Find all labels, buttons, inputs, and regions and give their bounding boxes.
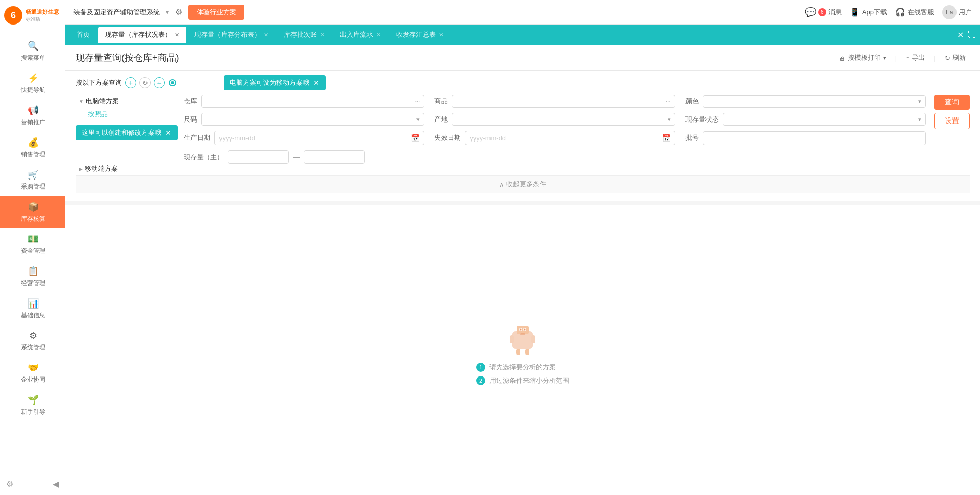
filter-arrow-button[interactable]: ←: [154, 77, 165, 88]
filter-top-row: 按以下方案查询 + ↻ ← 电脑方案可设为移动方案哦 ✕: [76, 77, 970, 88]
calendar-icon-expiry: 📅: [662, 134, 671, 142]
sidebar-item-finance[interactable]: 💵 资金管理: [0, 228, 65, 261]
batch-label: 批号: [685, 133, 699, 143]
stock-main-min-input[interactable]: [228, 150, 289, 164]
scheme-mobile-group: ▶ 移动端方案: [76, 162, 178, 175]
goods-select[interactable]: ···: [452, 95, 675, 108]
sidebar-item-system[interactable]: ⚙ 系统管理: [0, 325, 65, 357]
print-button[interactable]: 🖨 按模板打印 ▾: [835, 51, 890, 64]
expiry-date-input[interactable]: yyyy-mm-dd 📅: [465, 131, 675, 145]
goods-field: 商品 ···: [434, 95, 675, 108]
color-select[interactable]: ▾: [703, 95, 926, 108]
svg-rect-7: [510, 335, 514, 343]
stock-main-max-input[interactable]: [304, 150, 365, 164]
query-button[interactable]: 查询: [934, 95, 970, 110]
origin-arrow: ▾: [668, 116, 671, 123]
sidebar-item-inventory[interactable]: 📦 库存核算: [0, 196, 65, 228]
tab-batch[interactable]: 库存批次账 ✕: [277, 27, 332, 43]
svg-rect-9: [516, 349, 520, 355]
action-divider1: |: [895, 54, 897, 62]
tab-home[interactable]: 首页: [69, 27, 97, 43]
operation-icon: 📋: [28, 266, 39, 277]
more-dots-warehouse: ···: [414, 98, 420, 105]
logo-area: 6 畅通道好生意 标准版: [0, 0, 65, 31]
tip-num1: 1: [476, 363, 485, 372]
warehouse-select[interactable]: ···: [201, 95, 424, 108]
stock-main-field: 现存量（主） —: [184, 150, 926, 164]
size-select[interactable]: ▾: [201, 113, 424, 126]
sidebar-item-basic[interactable]: 📊 基础信息: [0, 293, 65, 325]
tab-inventory-status[interactable]: 现存量（库存状况表） ✕: [98, 27, 186, 43]
empty-tip2: 2 用过滤条件来缩小分析范围: [476, 376, 569, 385]
size-label: 尺码: [184, 115, 197, 124]
refresh-icon: ↻: [945, 54, 950, 62]
sidebar-item-purchase[interactable]: 🛒 采购管理: [0, 164, 65, 196]
tab-close-all-icon[interactable]: ✕: [957, 30, 964, 40]
tab-close-inventory-status[interactable]: ✕: [175, 32, 179, 38]
sidebar-item-newbie[interactable]: 🌱 新手引导: [0, 389, 65, 421]
stock-status-select[interactable]: ▾: [723, 113, 926, 126]
warehouse-label: 仓库: [184, 97, 197, 106]
filter-body: ▼ 电脑端方案 按照品 这里可以创建和修改方案哦 ✕: [76, 95, 970, 175]
collapse-sidebar-icon[interactable]: ◀: [53, 479, 59, 489]
sidebar-item-sales[interactable]: 💰 销售管理: [0, 132, 65, 164]
scheme-mobile-item[interactable]: ▶ 移动端方案: [76, 162, 178, 175]
expiry-date-field: 失效日期 yyyy-mm-dd 📅: [434, 131, 675, 145]
tab-close-inout[interactable]: ✕: [376, 32, 381, 38]
filter-row1: 仓库 ··· 商品 ···: [184, 95, 926, 108]
tab-close-summary[interactable]: ✕: [439, 32, 444, 38]
tab-expand-icon[interactable]: ⛶: [968, 30, 976, 39]
header-left: 装备及固定资产辅助管理系统 ▾ ⚙ 体验行业方案: [74, 5, 244, 20]
tab-close-inventory-dist[interactable]: ✕: [264, 32, 268, 38]
production-date-input[interactable]: yyyy-mm-dd 📅: [214, 131, 424, 145]
stock-main-label: 现存量（主）: [184, 153, 224, 162]
search-icon: 🔍: [28, 40, 39, 52]
action-divider2: |: [934, 54, 936, 62]
app-download-group[interactable]: 📱 App下载: [850, 7, 887, 17]
system-title: 装备及固定资产辅助管理系统: [74, 8, 160, 17]
sidebar-item-operation[interactable]: 📋 经营管理: [0, 261, 65, 293]
tab-close-batch[interactable]: ✕: [320, 32, 325, 38]
scheme-sub-item[interactable]: 按照品: [76, 108, 178, 121]
tooltip2-close-icon[interactable]: ✕: [165, 129, 172, 137]
svg-point-4: [520, 328, 522, 330]
tab-bar-actions: ✕ ⛶: [957, 30, 976, 40]
sidebar: 6 畅通道好生意 标准版 🔍 搜索菜单 ⚡ 快捷导航 📢 营销推广 💰 销售管理…: [0, 0, 65, 495]
tab-inout[interactable]: 出入库流水 ✕: [333, 27, 388, 43]
newbie-icon: 🌱: [28, 394, 39, 406]
reset-button[interactable]: 设置: [934, 113, 970, 129]
origin-select[interactable]: ▾: [452, 113, 675, 126]
filter-add-button[interactable]: +: [125, 77, 136, 88]
notification-group[interactable]: 💬 6 消息: [805, 7, 842, 18]
settings-bottom-icon[interactable]: ⚙: [6, 479, 13, 489]
sidebar-item-guide[interactable]: ⚡ 快捷导航: [0, 67, 65, 100]
trial-button[interactable]: 体验行业方案: [188, 5, 244, 20]
tab-inventory-dist[interactable]: 现存量（库存分布表） ✕: [187, 27, 276, 43]
more-dots-goods: ···: [666, 98, 671, 105]
connector-dot: [170, 80, 175, 85]
avatar: Ea: [942, 5, 957, 19]
filter-refresh-button[interactable]: ↻: [139, 77, 151, 88]
tab-bar: 首页 现存量（库存状况表） ✕ 现存量（库存分布表） ✕ 库存批次账 ✕ 出入库…: [65, 25, 980, 45]
gear-icon[interactable]: ⚙: [175, 7, 182, 17]
user-group[interactable]: Ea 用户: [942, 5, 972, 19]
production-date-label: 生产日期: [184, 133, 210, 143]
batch-input[interactable]: [703, 131, 926, 145]
sidebar-item-search[interactable]: 🔍 搜索菜单: [0, 35, 65, 67]
header-icons: 💬 6 消息 📱 App下载 🎧 在线客服 Ea 用户: [805, 5, 972, 19]
sidebar-item-enterprise[interactable]: 🤝 企业协同: [0, 357, 65, 389]
finance-icon: 💵: [28, 233, 39, 245]
expand-icon: ▼: [79, 99, 84, 104]
dropdown-arrow[interactable]: ▾: [166, 9, 169, 16]
sidebar-item-marketing[interactable]: 📢 营销推广: [0, 100, 65, 132]
filter-row2: 尺码 ▾ 产地 ▾: [184, 113, 926, 126]
refresh-button[interactable]: ↻ 刷新: [941, 51, 970, 64]
online-service-group[interactable]: 🎧 在线客服: [895, 7, 934, 17]
color-label: 颜色: [685, 97, 699, 106]
stock-status-field: 现存量状态 ▾: [685, 113, 926, 126]
tooltip-close-icon[interactable]: ✕: [313, 79, 320, 87]
collapse-bar[interactable]: ∧ 收起更多条件: [76, 175, 970, 193]
export-button[interactable]: ↑ 导出: [902, 51, 929, 64]
tab-summary[interactable]: 收发存汇总表 ✕: [389, 27, 451, 43]
scheme-desktop-item[interactable]: ▼ 电脑端方案: [76, 95, 178, 108]
